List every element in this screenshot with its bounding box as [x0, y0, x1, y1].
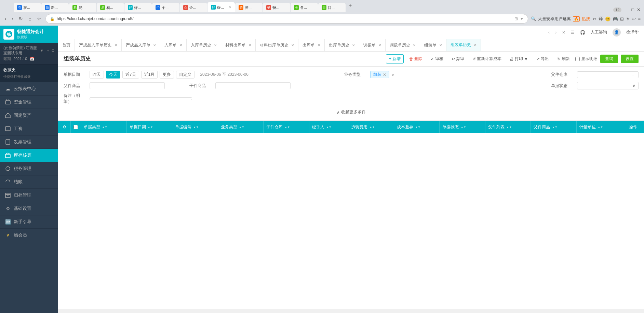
close-window-btn[interactable]: ✕ — [637, 7, 641, 12]
page-tab-home[interactable]: 首页 — [58, 39, 75, 52]
parent-goods-input[interactable]: ··· — [90, 82, 165, 89]
date-btn-today[interactable]: 今天 — [106, 71, 120, 79]
sidebar-item-archive[interactable]: 归档管理 — [0, 189, 58, 202]
company-add[interactable]: + — [47, 48, 49, 53]
browser-tab-4[interactable]: 易 易... — [97, 3, 124, 12]
sidebar-item-salary[interactable]: 工资 — [0, 122, 58, 136]
url-bar[interactable]: 🔒 https://cloud.chanjet.com/accounting/u… — [45, 14, 528, 24]
sidebar-item-invoice[interactable]: 发票管理 — [0, 136, 58, 149]
sidebar-item-member[interactable]: V 畅会员 — [0, 229, 58, 242]
col-unit[interactable]: 计量单位 ▲▼ — [576, 121, 622, 133]
date-btn-more[interactable]: 更多 — [160, 71, 174, 79]
browser-tab-7[interactable]: 企 企... — [180, 3, 207, 12]
refresh-button[interactable]: ↻ 刷新 — [554, 55, 573, 63]
company-dropdown[interactable]: ▼ — [40, 48, 44, 53]
page-tab-4[interactable]: 入库单历史 ✕ — [187, 39, 221, 52]
browser-tab-2[interactable]: 新 新... — [41, 3, 69, 12]
sidebar-item-finance[interactable]: 资金管理 — [0, 96, 58, 109]
page-tab-close-11[interactable]: ✕ — [439, 43, 442, 47]
parent-warehouse-more[interactable]: ··· — [632, 73, 635, 77]
page-tab-close-10[interactable]: ✕ — [413, 43, 416, 47]
menu-icon[interactable]: ≡ — [638, 16, 641, 22]
page-tab-close-4[interactable]: ✕ — [214, 43, 217, 47]
col-cost-diff[interactable]: 成本差异 ▲▼ — [394, 121, 440, 133]
page-tab-10[interactable]: 调拨单历史 ✕ — [386, 39, 420, 52]
browser-tab-5[interactable]: 好 好... — [124, 3, 152, 12]
page-tab-6[interactable]: 材料出库单历史 ✕ — [256, 39, 298, 52]
child-goods-input[interactable]: ··· — [215, 82, 291, 89]
page-tab-8[interactable]: 出库单历史 ✕ — [325, 39, 359, 52]
bottom-scrollbar[interactable] — [58, 309, 644, 313]
col-parent-list[interactable]: 父件列表 ▲▼ — [485, 121, 531, 133]
table-settings-col[interactable]: ⚙ — [58, 121, 71, 133]
next-tab-btn[interactable]: › — [555, 30, 556, 35]
prev-tab-btn[interactable]: ‹ — [548, 30, 550, 35]
close-tab-btn[interactable]: ✕ — [562, 30, 565, 35]
status-dropdown[interactable]: ∨ — [577, 82, 639, 89]
browser-tab-8[interactable]: 好 好... ✕ — [207, 2, 235, 12]
back-button[interactable]: ‹ — [3, 15, 8, 22]
sidebar-item-fixed-assets[interactable]: 固定资产 — [0, 109, 58, 122]
browser-tab-9[interactable]: 腾 腾... — [235, 3, 263, 12]
show-detail-checkbox[interactable] — [575, 57, 580, 61]
print-button[interactable]: 🖨 打印 ▼ — [507, 55, 531, 63]
show-detail-label[interactable]: 显示明细 — [575, 56, 598, 62]
page-tab-11[interactable]: 组装单 ✕ — [420, 39, 446, 52]
sidebar-item-guide[interactable]: 🆕 新手引导 — [0, 215, 58, 229]
parent-warehouse-input[interactable]: ··· — [577, 71, 639, 78]
col-status[interactable]: 单据状态 ▲▼ — [440, 121, 485, 133]
sidebar-item-tax[interactable]: 税务管理 — [0, 162, 58, 175]
page-tab-1[interactable]: 产成品入库单历史 ✕ — [75, 39, 122, 52]
page-tab-close-7[interactable]: ✕ — [318, 43, 320, 47]
col-type[interactable]: 单据类型 ▲▼ — [81, 121, 127, 133]
settings-button[interactable]: 设置 — [621, 55, 639, 63]
bookmark-button[interactable]: ☆ — [36, 15, 43, 22]
collapse-button[interactable]: ∧ 收起更多条件 — [337, 109, 366, 115]
sidebar-item-settings[interactable]: ⚙ 基础设置 — [0, 202, 58, 215]
delete-button[interactable]: 🗑 删除 — [406, 55, 425, 63]
page-tab-9[interactable]: 调拨单 ✕ — [359, 39, 386, 52]
print-dropdown[interactable]: ▼ — [524, 57, 528, 61]
page-tab-close-1[interactable]: ✕ — [115, 43, 117, 47]
sidebar-item-settlement[interactable]: 结账 — [0, 175, 58, 189]
col-number[interactable]: 单据编号 ▲▼ — [172, 121, 218, 133]
browser-tab-11[interactable]: 各 各... — [291, 3, 318, 12]
browser-tab-12[interactable]: 目 目... — [318, 3, 346, 12]
select-all-checkbox[interactable] — [73, 125, 78, 129]
refresh-browser-button[interactable]: ↻ — [17, 15, 24, 22]
parent-goods-more[interactable]: ··· — [159, 84, 162, 88]
page-tab-close-5[interactable]: ✕ — [249, 43, 251, 47]
export-button[interactable]: ↗ 导出 — [534, 55, 552, 63]
page-tab-close-2[interactable]: ✕ — [153, 43, 156, 47]
col-disassemble-cost[interactable]: 拆装费用 ▲▼ — [348, 121, 394, 133]
date-btn-1month[interactable]: 近1月 — [141, 71, 158, 79]
minimize-btn[interactable]: — — [624, 7, 629, 12]
col-biz-type[interactable]: 业务类型 ▲▼ — [218, 121, 264, 133]
add-button[interactable]: + 新增 — [386, 54, 404, 63]
browser-tab-10[interactable]: 畅 畅... — [263, 3, 290, 12]
recalc-button[interactable]: ↺ 重新计算成本 — [470, 55, 504, 63]
browser-tab-1[interactable]: 在 在... — [14, 3, 41, 12]
browser-tab-3[interactable]: 易 易... — [69, 3, 96, 12]
page-tab-close-3[interactable]: ✕ — [179, 43, 182, 47]
company-settings[interactable]: ⚙ — [51, 48, 55, 53]
page-tab-close-6[interactable]: ✕ — [291, 43, 294, 47]
more-tab-btn[interactable]: ☰ — [571, 30, 575, 35]
maximize-btn[interactable]: □ — [631, 7, 634, 12]
support-label[interactable]: 人工咨询 — [591, 29, 607, 35]
date-btn-custom[interactable]: 自定义 — [176, 71, 194, 79]
tab-close-8[interactable]: ✕ — [229, 5, 231, 9]
sidebar-item-inventory[interactable]: 库存核算 — [0, 149, 58, 162]
home-button[interactable]: ⌂ — [27, 15, 32, 22]
page-tab-close-8[interactable]: ✕ — [352, 43, 355, 47]
table-checkbox-col[interactable] — [71, 121, 81, 133]
date-btn-7days[interactable]: 近7天 — [122, 71, 139, 79]
page-tab-close-9[interactable]: ✕ — [378, 43, 381, 47]
audit-button[interactable]: ✓ 审核 — [428, 55, 446, 63]
page-tab-2[interactable]: 产成品入库单 ✕ — [122, 39, 160, 52]
col-handler[interactable]: 经手人 ▲▼ — [309, 121, 348, 133]
col-parent-goods[interactable]: 父件商品 ▲▼ — [531, 121, 577, 133]
page-tab-5[interactable]: 材料出库单 ✕ — [221, 39, 256, 52]
page-tab-3[interactable]: 入库单 ✕ — [160, 39, 187, 52]
new-tab-button[interactable]: + — [346, 2, 354, 9]
